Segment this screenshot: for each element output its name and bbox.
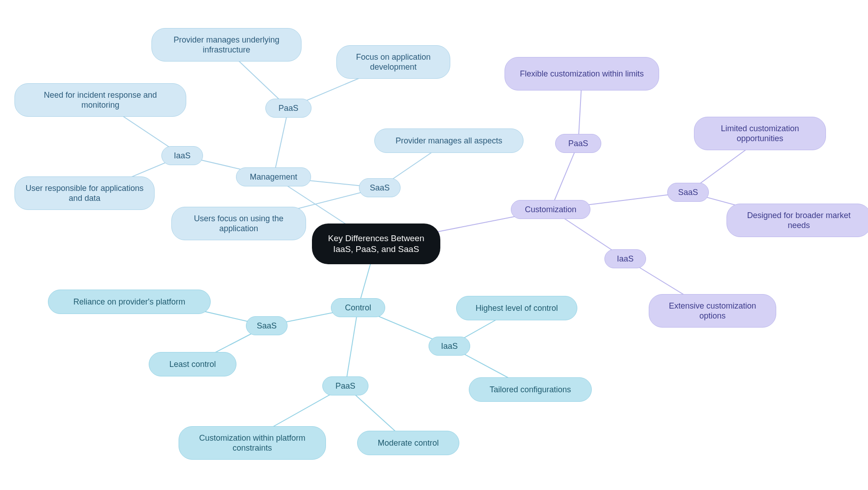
- control-saas-node: SaaS: [246, 316, 288, 335]
- ctrl-paas-detail-1: Moderate control: [357, 431, 459, 455]
- customization-iaas-node: IaaS: [604, 249, 646, 268]
- center-label: Key Differences Between IaaS, PaaS, and …: [322, 233, 430, 255]
- customization-iaas-label: IaaS: [617, 254, 633, 264]
- control-iaas-node: IaaS: [429, 337, 470, 356]
- ctrl-iaas-detail-1: Tailored configurations: [469, 377, 592, 402]
- mgmt-saas-detail-1: Users focus on using the application: [171, 207, 306, 240]
- management-label: Management: [250, 172, 297, 182]
- management-iaas-label: IaaS: [174, 151, 190, 161]
- mgmt-paas-detail-1: Focus on application development: [336, 45, 450, 79]
- customization-paas-node: PaaS: [555, 134, 601, 153]
- cust-saas-detail-0: Limited customization opportunities: [694, 117, 826, 150]
- cust-iaas-detail-0: Extensive customization options: [649, 294, 776, 328]
- control-saas-label: SaaS: [257, 321, 277, 331]
- management-saas-label: SaaS: [370, 183, 390, 193]
- customization-saas-node: SaaS: [667, 183, 709, 202]
- customization-node: Customization: [511, 200, 590, 219]
- cust-paas-detail-0: Flexible customization within limits: [505, 57, 659, 90]
- control-paas-label: PaaS: [335, 381, 355, 391]
- management-paas-label: PaaS: [278, 103, 298, 114]
- ctrl-iaas-detail-0: Highest level of control: [456, 296, 577, 320]
- management-iaas-node: IaaS: [161, 146, 203, 165]
- svg-line-21: [345, 308, 358, 386]
- mgmt-iaas-detail-0: Need for incident response and monitorin…: [14, 83, 186, 117]
- management-saas-node: SaaS: [359, 178, 401, 197]
- ctrl-saas-detail-1: Least control: [149, 352, 236, 376]
- mindmap-canvas: Key Differences Between IaaS, PaaS, and …: [0, 0, 868, 490]
- management-paas-node: PaaS: [265, 99, 311, 118]
- svg-line-4: [274, 108, 288, 177]
- mgmt-iaas-detail-1: User responsible for applications and da…: [14, 176, 155, 210]
- control-iaas-label: IaaS: [441, 341, 458, 352]
- cust-saas-detail-1: Designed for broader market needs: [726, 204, 868, 237]
- management-node: Management: [236, 167, 311, 186]
- mgmt-saas-detail-0: Provider manages all aspects: [374, 128, 524, 153]
- customization-saas-label: SaaS: [678, 187, 698, 198]
- customization-paas-label: PaaS: [568, 138, 588, 149]
- ctrl-paas-detail-0: Customization within platform constraint…: [179, 426, 326, 460]
- control-node: Control: [331, 298, 385, 317]
- control-paas-node: PaaS: [322, 376, 368, 395]
- control-label: Control: [345, 303, 371, 313]
- mgmt-paas-detail-0: Provider manages underlying infrastructu…: [151, 28, 302, 62]
- customization-label: Customization: [525, 205, 576, 215]
- ctrl-saas-detail-0: Reliance on provider's platform: [48, 290, 211, 314]
- center-node: Key Differences Between IaaS, PaaS, and …: [312, 224, 440, 264]
